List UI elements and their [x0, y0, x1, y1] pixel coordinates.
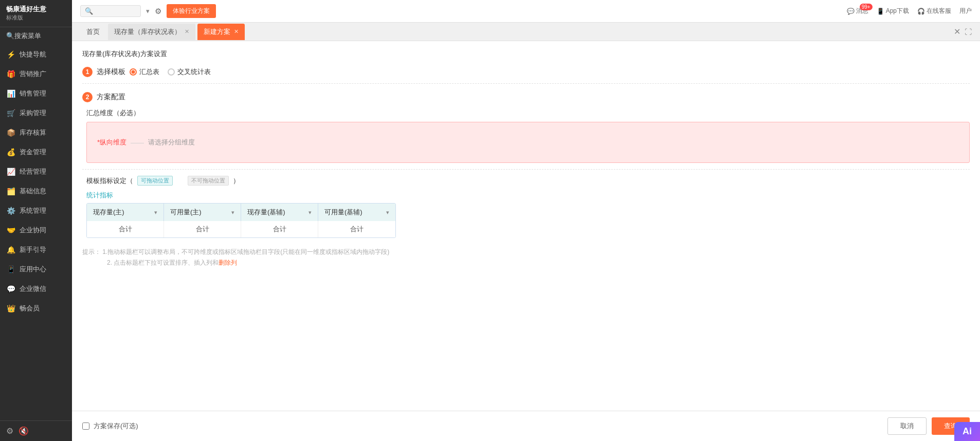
sidebar-item-purchase[interactable]: 🛒 采购管理 — [0, 103, 72, 123]
topbar-dropdown-icon[interactable]: ▾ — [146, 7, 150, 15]
window-expand-icon[interactable]: ⛶ — [965, 28, 972, 36]
sidebar-item-label: 库存核算 — [20, 128, 46, 137]
sidebar-item-system[interactable]: ⚙️ 系统管理 — [0, 201, 72, 220]
tab-new-plan[interactable]: 新建方案 ✕ — [197, 24, 245, 40]
stats-col-1-header[interactable]: 现存量(主) ▾ — [87, 204, 164, 221]
sidebar-item-basic[interactable]: 🗂️ 基础信息 — [0, 181, 72, 201]
topbar-right: 💬 消息 99+ 📱 App下载 🎧 在线客服 用户 — [847, 7, 972, 15]
sidebar-item-label: 营销推广 — [20, 69, 46, 79]
sidebar-item-wechat[interactable]: 💬 企业微信 — [0, 279, 72, 299]
stats-col-1-chevron[interactable]: ▾ — [154, 209, 157, 216]
section-1-num: 1 — [82, 67, 93, 77]
stats-col-4-label: 可用量(基辅) — [324, 208, 362, 217]
radio-cross[interactable]: 交叉统计表 — [168, 67, 211, 77]
stats-col-3-label: 现存量(基辅) — [247, 208, 285, 217]
indicator-label: 模板指标设定（ 可拖动位置 不可拖动位置 ） — [86, 176, 970, 186]
app-download-label: App下载 — [886, 7, 909, 15]
sidebar-item-label: 销售管理 — [20, 89, 46, 98]
sidebar-item-inventory[interactable]: 📦 库存核算 — [0, 123, 72, 142]
stats-table-body: 合计 合计 合计 合计 — [87, 221, 395, 237]
topbar-search-box[interactable]: 🔍 — [80, 5, 141, 17]
industry-plan-button[interactable]: 体验行业方案 — [167, 4, 216, 18]
section-2-title: 方案配置 — [97, 93, 125, 102]
stats-col-1-label: 现存量(主) — [93, 208, 124, 217]
tips-box: 提示： 1.拖动标题栏可以调整布局，不可跨维度或指标区域拖动栏目字段(只能在同一… — [82, 248, 970, 267]
stats-col-2-header[interactable]: 可用量(主) ▾ — [164, 204, 241, 221]
stats-col-3-chevron[interactable]: ▾ — [308, 209, 312, 216]
app-subtitle: 标准版 — [6, 14, 66, 22]
sidebar-item-contract[interactable]: 🤝 企业协同 — [0, 220, 72, 240]
sidebar-item-quick-nav[interactable]: ⚡ 快捷导航 — [0, 45, 72, 64]
inventory-tab-close-icon[interactable]: ✕ — [185, 28, 189, 35]
sidebar-nav: ⚡ 快捷导航 🎁 营销推广 📊 销售管理 🛒 采购管理 📦 库存核算 💰 资金管… — [0, 45, 72, 420]
indicator-settings: 模板指标设定（ 可拖动位置 不可拖动位置 ） 统计指标 现存量(主) — [82, 176, 970, 240]
sidebar-item-finance[interactable]: 💰 资金管理 — [0, 142, 72, 162]
sidebar-logo: 畅康通好生意 标准版 — [0, 0, 72, 27]
messages-button[interactable]: 💬 消息 99+ — [847, 7, 868, 15]
settings-icon[interactable]: ⚙ — [6, 426, 13, 436]
page-title: 现存量(库存状况表)方案设置 — [82, 49, 970, 59]
ai-badge[interactable]: Ai — [954, 422, 980, 441]
app-download-button[interactable]: 📱 App下载 — [877, 7, 909, 15]
stats-col-3-body: 合计 — [241, 221, 318, 237]
section-2-header: 2 方案配置 — [82, 92, 970, 102]
save-plan-checkbox[interactable] — [82, 422, 89, 430]
section-2: 2 方案配置 汇总维度（必选） *纵向维度 —— 请选择分组维度 — [82, 92, 970, 267]
dimension-box[interactable]: *纵向维度 —— 请选择分组维度 — [86, 122, 970, 163]
radio-summary-circle — [130, 68, 137, 76]
stats-col-3-header[interactable]: 现存量(基辅) ▾ — [241, 204, 318, 221]
stats-col-4-header[interactable]: 可用量(基辅) ▾ — [318, 204, 395, 221]
search-label: 搜索菜单 — [14, 31, 41, 41]
sidebar-item-label: 应用中心 — [20, 265, 46, 274]
section-1-divider — [82, 83, 970, 84]
quick-nav-icon: ⚡ — [6, 50, 15, 59]
online-service-label: 在线客服 — [927, 7, 951, 15]
inventory-tab-label: 现存量（库存状况表） — [114, 27, 181, 36]
sidebar: 畅康通好生意 标准版 🔍 搜索菜单 ⚡ 快捷导航 🎁 营销推广 📊 销售管理 🛒… — [0, 0, 72, 441]
sidebar-search[interactable]: 🔍 搜索菜单 — [0, 27, 72, 45]
tip-2: 2. 点击标题栏下拉可设置排序、插入列和删除列 — [82, 259, 970, 267]
section-1-title: 选择模板 — [97, 67, 125, 77]
sidebar-item-label: 采购管理 — [20, 108, 46, 118]
dimension-placeholder: 请选择分组维度 — [148, 138, 195, 147]
sales-icon: 📊 — [6, 89, 15, 98]
radio-cross-label: 交叉统计表 — [177, 67, 211, 77]
sidebar-item-operation[interactable]: 📈 经营管理 — [0, 162, 72, 181]
newguide-icon: 🔔 — [6, 245, 15, 254]
search-box-icon: 🔍 — [85, 7, 93, 15]
basic-icon: 🗂️ — [6, 187, 15, 196]
tabbar: 首页 现存量（库存状况表） ✕ 新建方案 ✕ ✕ ⛶ — [72, 23, 980, 41]
window-close-icon[interactable]: ✕ — [954, 27, 960, 36]
stats-col-2-body: 合计 — [164, 221, 241, 237]
sidebar-item-label: 资金管理 — [20, 148, 46, 157]
topbar-search-input[interactable] — [95, 8, 136, 15]
user-menu[interactable]: 用户 — [959, 7, 972, 15]
sidebar-item-newguide[interactable]: 🔔 新手引导 — [0, 240, 72, 260]
main-area: 🔍 ▾ ⚙ 体验行业方案 💬 消息 99+ 📱 App下载 🎧 在线客服 用户 — [72, 0, 980, 441]
sidebar-item-label: 企业协同 — [20, 226, 46, 235]
wechat-icon: 💬 — [6, 284, 15, 293]
footer-left: 方案保存(可选) — [82, 421, 138, 431]
radio-summary[interactable]: 汇总表 — [130, 67, 159, 77]
tab-home[interactable]: 首页 — [80, 24, 106, 40]
stats-col-2-chevron[interactable]: ▾ — [231, 209, 234, 216]
sidebar-item-marketing[interactable]: 🎁 营销推广 — [0, 64, 72, 84]
sidebar-item-sales[interactable]: 📊 销售管理 — [0, 84, 72, 103]
tab-inventory-status[interactable]: 现存量（库存状况表） ✕ — [108, 24, 195, 40]
contract-icon: 🤝 — [6, 226, 15, 235]
inventory-icon: 📦 — [6, 128, 15, 137]
topbar-gear-icon[interactable]: ⚙ — [155, 7, 161, 16]
cancel-button[interactable]: 取消 — [887, 417, 927, 435]
indicator-sep — [177, 176, 184, 186]
headset-icon: 🎧 — [917, 8, 925, 15]
stats-col-4-body: 合计 — [318, 221, 395, 237]
operation-icon: 📈 — [6, 167, 15, 176]
sidebar-item-member[interactable]: 👑 畅会员 — [0, 299, 72, 318]
movable-position-tag: 可拖动位置 — [137, 176, 173, 186]
stats-col-4-chevron[interactable]: ▾ — [386, 209, 389, 216]
online-service-button[interactable]: 🎧 在线客服 — [917, 7, 951, 15]
new-plan-tab-close-icon[interactable]: ✕ — [234, 28, 239, 35]
indicator-suffix: ） — [233, 176, 240, 186]
mute-icon[interactable]: 🔇 — [19, 426, 29, 436]
sidebar-item-appcenter[interactable]: 📱 应用中心 — [0, 260, 72, 279]
